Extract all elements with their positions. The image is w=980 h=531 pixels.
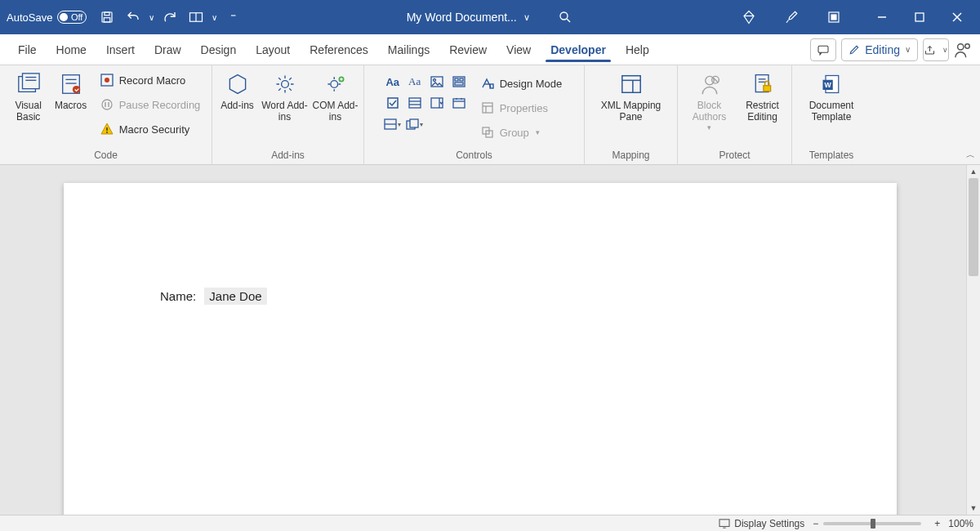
- word-template-icon: W: [820, 70, 843, 98]
- qat-chevron-icon[interactable]: ∨: [212, 13, 217, 22]
- properties-button: Properties: [477, 96, 566, 119]
- svg-rect-64: [621, 76, 639, 93]
- svg-rect-42: [455, 83, 463, 85]
- zoom-out-button[interactable]: −: [813, 518, 818, 529]
- group-controls: Aa Aa ▾ ▾ Desig: [364, 65, 585, 164]
- app-switch-icon[interactable]: [823, 7, 844, 28]
- group-label: Mapping: [612, 149, 649, 163]
- tab-developer[interactable]: Developer: [542, 38, 614, 61]
- combobox-control-icon[interactable]: [405, 93, 425, 113]
- tab-design[interactable]: Design: [193, 38, 245, 61]
- macros-button[interactable]: Macros: [51, 69, 91, 144]
- addins-button[interactable]: Add-ins: [216, 69, 259, 144]
- autosave-toggle[interactable]: Off: [57, 11, 87, 24]
- document-area: Name: Jane Doe ▲ ▼: [0, 165, 980, 515]
- text-content-control[interactable]: Jane Doe: [204, 288, 266, 305]
- tab-home[interactable]: Home: [48, 38, 95, 61]
- svg-rect-11: [915, 13, 924, 21]
- tab-help[interactable]: Help: [617, 38, 657, 61]
- document-title[interactable]: My Word Document... ∨: [407, 11, 530, 24]
- undo-icon[interactable]: [122, 7, 144, 28]
- tab-insert[interactable]: Insert: [98, 38, 143, 61]
- svg-rect-73: [763, 86, 770, 91]
- scroll-up-icon[interactable]: ▲: [967, 165, 980, 178]
- page[interactable]: Name: Jane Doe: [64, 183, 897, 515]
- xml-mapping-button[interactable]: XML Mapping Pane: [590, 69, 672, 144]
- autosave-label: AutoSave: [7, 11, 52, 24]
- word-addins-button[interactable]: Word Add-ins: [261, 69, 310, 144]
- svg-rect-59: [483, 103, 492, 113]
- zoom-slider-handle[interactable]: [871, 519, 875, 529]
- display-settings-button[interactable]: Display Settings: [719, 518, 804, 529]
- picture-control-icon[interactable]: [427, 72, 447, 91]
- undo-chevron-icon[interactable]: ∨: [149, 13, 154, 22]
- zoom-in-button[interactable]: +: [934, 518, 940, 529]
- svg-rect-77: [719, 519, 729, 526]
- group-code: Visual Basic Macros Record Macro Pause R…: [0, 65, 212, 164]
- block-authors-icon: [698, 70, 721, 98]
- svg-point-26: [105, 78, 109, 83]
- account-icon[interactable]: [954, 41, 972, 59]
- quick-access-icon[interactable]: [185, 7, 207, 28]
- share-button[interactable]: ∨: [923, 38, 949, 61]
- properties-icon: [480, 102, 495, 114]
- group-templates: W Document Template Templates: [792, 65, 871, 164]
- building-block-control-icon[interactable]: [449, 72, 469, 91]
- scroll-thumb[interactable]: [969, 178, 978, 276]
- search-icon[interactable]: [555, 7, 576, 28]
- svg-rect-56: [410, 119, 418, 127]
- brush-icon[interactable]: [781, 7, 802, 28]
- hexagon-icon: [226, 70, 249, 98]
- legacy-tools-icon[interactable]: ▾: [405, 114, 425, 134]
- dropdown-control-icon[interactable]: [427, 93, 447, 113]
- svg-point-5: [560, 12, 568, 20]
- scroll-track[interactable]: [967, 178, 980, 502]
- macro-security-button[interactable]: Macro Security: [96, 118, 204, 141]
- zoom-slider[interactable]: [823, 522, 921, 525]
- comments-button[interactable]: [810, 38, 836, 61]
- zoom-level[interactable]: 100%: [948, 518, 973, 529]
- tab-file[interactable]: File: [10, 38, 45, 61]
- gear-icon: [274, 70, 296, 98]
- restrict-editing-button[interactable]: Restrict Editing: [738, 69, 787, 144]
- plain-text-control-icon[interactable]: Aa: [405, 72, 425, 91]
- com-addins-button[interactable]: COM Add-ins: [311, 69, 360, 144]
- document-template-button[interactable]: W Document Template: [797, 69, 866, 144]
- tab-references[interactable]: References: [301, 38, 376, 61]
- design-mode-button[interactable]: Design Mode: [477, 72, 566, 95]
- visual-basic-button[interactable]: Visual Basic: [8, 69, 49, 144]
- group-label: Templates: [809, 149, 854, 163]
- repeating-section-control-icon[interactable]: ▾: [383, 114, 403, 134]
- chevron-down-icon: ∨: [523, 12, 530, 23]
- close-button[interactable]: [941, 7, 973, 28]
- document-canvas[interactable]: Name: Jane Doe: [0, 165, 966, 515]
- svg-rect-1: [105, 12, 109, 16]
- visual-basic-icon: [16, 70, 41, 98]
- vertical-scrollbar[interactable]: ▲ ▼: [966, 165, 980, 515]
- redo-icon[interactable]: [159, 7, 180, 28]
- tab-mailings[interactable]: Mailings: [380, 38, 438, 61]
- tab-draw[interactable]: Draw: [146, 38, 189, 61]
- macros-icon: [59, 70, 83, 98]
- editing-mode-button[interactable]: Editing ∨: [841, 38, 918, 61]
- diamond-icon[interactable]: [738, 7, 760, 28]
- design-mode-icon: [480, 78, 495, 89]
- tab-review[interactable]: Review: [441, 38, 495, 61]
- svg-point-16: [965, 43, 970, 48]
- customize-qat-icon[interactable]: ⁼: [222, 7, 243, 28]
- checkbox-control-icon[interactable]: [383, 93, 403, 113]
- scroll-down-icon[interactable]: ▼: [967, 502, 980, 515]
- tab-view[interactable]: View: [498, 38, 539, 61]
- autosave-control[interactable]: AutoSave Off: [7, 11, 87, 24]
- record-macro-button[interactable]: Record Macro: [96, 69, 204, 91]
- maximize-button[interactable]: [903, 7, 936, 28]
- collapse-ribbon-icon[interactable]: ︿: [966, 149, 975, 161]
- minimize-button[interactable]: [866, 7, 898, 28]
- svg-point-27: [102, 100, 112, 109]
- tab-layout[interactable]: Layout: [247, 38, 298, 61]
- save-icon[interactable]: [96, 7, 118, 28]
- record-icon: [100, 74, 114, 87]
- date-picker-control-icon[interactable]: [449, 93, 469, 113]
- rich-text-control-icon[interactable]: Aa: [383, 72, 403, 91]
- svg-point-38: [433, 79, 435, 82]
